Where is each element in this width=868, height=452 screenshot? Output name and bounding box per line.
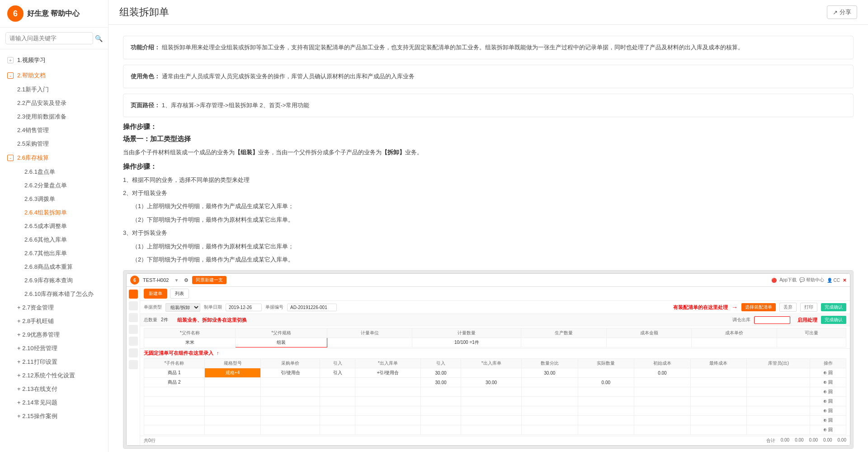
sidebar-item-21[interactable]: 2.1新手入门 (0, 83, 108, 96)
app-btn-done[interactable]: 完成确认 (821, 303, 846, 311)
app-tab-new[interactable]: 新建单 (144, 289, 167, 299)
sidebar-item-24[interactable]: 2.4销售管理 (0, 124, 108, 137)
sidebar-item-2610[interactable]: 2.6.10库存账本错了怎么办 (0, 287, 108, 301)
app-form-row: 单据类型 组装/拆卸 制单日期 单据编号 (140, 301, 850, 314)
child-ops-2[interactable]: ⊕ 回 (810, 378, 846, 387)
sidebar-item-264[interactable]: 2.6.4组装拆卸单 (0, 206, 108, 219)
sidebar-item-268[interactable]: 2.6.8商品成本重算 (0, 260, 108, 274)
annotation5-arrow: ↑ (217, 350, 219, 356)
step2: 2、对于组装业务 (123, 188, 854, 198)
sidebar-item-266[interactable]: 2.6.6其他入库单 (0, 233, 108, 247)
search-input[interactable] (5, 32, 93, 44)
sidebar-nav: + 1.视频学习 - 2.帮助文档 2.1新手入门 2.2产品安装及登录 2.3… (0, 49, 108, 452)
sidebar-item-docs[interactable]: - 2.帮助文档 (0, 68, 108, 83)
annotation5-text: 无固定清单可在组件在这里录入 (144, 350, 213, 356)
sidebar-item-videos[interactable]: + 1.视频学习 (0, 53, 108, 67)
child-spec-1: 规格+4 (204, 368, 261, 378)
parent-cost-amt-1 (606, 338, 692, 347)
sidebar-item-267[interactable]: 2.6.7其他出库单 (0, 247, 108, 260)
app-summary-row: 总数量 2件 组装业务、拆卸业务在这里切换 调仓出库 启用处理 (140, 314, 850, 326)
child-name-1: 商品 1 (144, 368, 205, 378)
sidebar-item-212[interactable]: + 2.12系统个性化设置 (0, 369, 108, 382)
footer-total-4: 0.00 (823, 438, 832, 444)
child-manager-2 (747, 378, 810, 387)
sidebar-item-29[interactable]: + 2.9优惠券管理 (0, 328, 108, 342)
child-wh1-2 (355, 378, 420, 387)
role-block: 使用角色： 通常由生产人员或库管人员完成拆装业务的操作，库管人员确认原材料的出库… (123, 65, 854, 88)
sidebar-item-211[interactable]: + 2.11打印设置 (0, 355, 108, 369)
child-ops-3[interactable]: ⊕ 回 (810, 387, 846, 397)
app-toolbar: 新建单 列表 (140, 287, 850, 301)
step2-sub1: （1）上部明细为父件明细，最终作为产成品生成某它入库单； (132, 201, 854, 211)
child-actual-qty-1 (578, 368, 634, 378)
child-import2-1: 30.00 (420, 368, 461, 378)
app-sidebar-icon-2 (129, 313, 138, 322)
annotation1-container: 有装配清单的在这里处理 → (673, 304, 738, 311)
sidebar-item-213[interactable]: + 2.13在线支付 (0, 382, 108, 396)
app-sidebar-icon-6 (129, 360, 138, 369)
step2-sub2: （2）下部明细为子件明细，最终作为原材料生成某它出库单。 (132, 214, 854, 225)
app-btn-print[interactable]: 打印 (800, 303, 817, 312)
search-button[interactable]: 🔍 (95, 35, 103, 42)
sidebar-item-26[interactable]: - 2.6库存核算 (0, 151, 108, 165)
child-ops-6[interactable]: ⊕ 回 (810, 416, 846, 425)
child-manager-1 (747, 368, 810, 378)
sidebar-item-27[interactable]: + 2.7资金管理 (0, 301, 108, 314)
app-body: 新建单 列表 单据类型 组装/拆卸 (127, 287, 850, 445)
app-main-area: 新建单 列表 单据类型 组装/拆卸 (140, 287, 850, 445)
sidebar-item-22[interactable]: 2.2产品安装及登录 (0, 96, 108, 110)
sidebar-item-261[interactable]: 2.6.1盘点单 (0, 165, 108, 179)
sidebar-item-210[interactable]: + 2.10经营管理 (0, 342, 108, 355)
child-ops-4[interactable]: ⊕ 回 (810, 397, 846, 406)
col-header-avail: 可出量 (777, 328, 846, 338)
sidebar-item-263[interactable]: 2.6.3调拨单 (0, 192, 108, 206)
col-header-cost-amt: 成本金额 (606, 328, 692, 338)
child-ops-5[interactable]: ⊕ 回 (810, 406, 846, 416)
scenario1-intro-text: 当由多个子件材料组装成一个成品的业务为【组装】业务，当由一个父件拆分成多个子产品… (123, 149, 423, 156)
col-child-price: 采购单价 (261, 359, 320, 368)
sidebar-item-262[interactable]: 2.6.2分量盘点单 (0, 179, 108, 192)
table-row-parent-1: 米米 组装 10/100 =1件 (144, 338, 846, 347)
app-btn-confirm[interactable]: 选择装配清单 (741, 303, 776, 311)
share-button[interactable]: ↗ 分享 (827, 5, 857, 19)
sidebar-item-269[interactable]: 2.6.9库存账本查询 (0, 274, 108, 287)
step3-sub2: （2）下部明细为子件明细，最终作为产成品生成某它入库单。 (132, 254, 854, 265)
screenshot-container: 6 TEST-H002 ▼ ⚙ 同票新建一支 🔴 App下载 💬 帮助中心 👤 … (123, 270, 854, 449)
form-num-input[interactable] (287, 304, 337, 311)
app-sidebar-icon-1 (129, 301, 138, 310)
annotation5-container: 无固定清单可在组件在这里录入 ↑ (140, 349, 850, 357)
sidebar-item-214[interactable]: + 2.14常见问题 (0, 396, 108, 409)
sidebar-label-26: 2.6库存核算 (17, 154, 49, 162)
col-child-warehouse1: *出入库单 (355, 359, 420, 368)
nav-section-videos: + 1.视频学习 (0, 53, 108, 67)
parent-prod-qty-1 (521, 338, 607, 347)
parent-avail-1 (777, 338, 846, 347)
col-header-qty: 计量数量 (412, 328, 521, 338)
sidebar-label-videos: 1.视频学习 (17, 56, 46, 64)
sidebar-item-265[interactable]: 2.6.5成本调整单 (0, 219, 108, 233)
app-btn-complete[interactable]: 完成确认 (821, 316, 846, 324)
sidebar-item-28[interactable]: + 2.8手机旺铺 (0, 314, 108, 328)
sidebar-item-23[interactable]: 2.3使用前数据准备 (0, 110, 108, 124)
app-new-btn[interactable]: 同票新建一支 (192, 276, 226, 284)
child-ops-1[interactable]: ⊕ 回 (810, 368, 846, 378)
main-content: 功能介绍： 组装拆卸单用来处理企业组装或拆卸等加工业务，支持有固定装配清单的产品… (108, 25, 868, 452)
form-date-input[interactable] (226, 304, 262, 311)
app-btn-discard[interactable]: 丢弃 (779, 303, 797, 312)
bottom-table: *子件名称 规格型号 采购单价 引入 *出入库单 引入 *出入库单 (144, 358, 846, 435)
parent-unit-1 (327, 338, 412, 347)
footer-total-1: 0.00 (781, 438, 789, 444)
col-child-ratio: 数量分比 (521, 359, 578, 368)
step3: 3、对于拆装业务 (123, 228, 854, 238)
app-tab-list[interactable]: 列表 (170, 289, 189, 299)
sidebar-item-25[interactable]: 2.5采购管理 (0, 137, 108, 151)
app-footer: 共0行 合计 0.00 0.00 0.00 0.00 0.00 (140, 436, 850, 445)
footer-total-2: 0.00 (795, 438, 803, 444)
col-child-name: *子件名称 (144, 359, 205, 368)
col-child-spec: 规格型号 (204, 359, 261, 368)
form-type-select[interactable]: 组装/拆卸 (165, 303, 200, 312)
warehouse-input[interactable] (754, 316, 790, 324)
sidebar-item-215[interactable]: + 2.15操作案例 (0, 409, 108, 423)
table-row-child-2: 商品 2 30.00 30.00 (144, 378, 846, 387)
child-ops-7[interactable]: ⊕ 回 (810, 425, 846, 435)
